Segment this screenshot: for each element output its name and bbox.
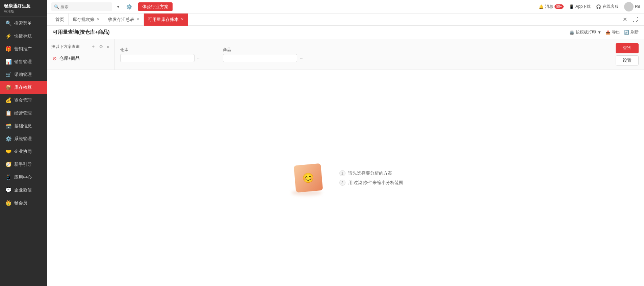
user-name: Rit (635, 4, 640, 9)
user-info[interactable]: Rit (624, 2, 640, 11)
search-input[interactable] (60, 4, 101, 9)
tab-batch-ledger[interactable]: 库存批次账 ✕ (69, 14, 104, 26)
product-filter-group: 商品 ··· (223, 47, 317, 62)
query-button[interactable]: 查询 (616, 43, 639, 53)
product-input[interactable] (223, 54, 297, 62)
topbar-settings-button[interactable]: ⚙️ (124, 3, 134, 10)
tab-home[interactable]: 首页 (51, 14, 69, 26)
tab-label: 库存批次账 (73, 17, 95, 23)
sidebar-item-inventory[interactable]: 📦 库存核算 (0, 81, 47, 94)
export-button[interactable]: 📤 导出 (606, 29, 620, 35)
manage-scheme-button[interactable]: ⚙ (98, 43, 104, 50)
sidebar-item-label: 采购管理 (14, 72, 32, 78)
compass-icon: 🧭 (5, 161, 11, 167)
phone-icon: 📱 (569, 4, 574, 9)
online-service-label: 在线客服 (602, 4, 619, 9)
online-service-item[interactable]: 🎧 在线客服 (596, 4, 619, 9)
close-icon[interactable]: ✕ (181, 17, 184, 22)
sidebar-item-label: 系统管理 (14, 136, 32, 142)
headset-icon: 🎧 (596, 4, 601, 9)
close-icon[interactable]: ✕ (97, 17, 100, 22)
add-scheme-button[interactable]: ＋ (90, 43, 97, 50)
export-icon: 📤 (606, 30, 611, 35)
refresh-label: 刷新 (630, 29, 639, 35)
sidebar-item-system[interactable]: ⚙️ 系统管理 (0, 132, 47, 145)
chart-icon: 📊 (5, 59, 11, 65)
search-icon: 🔍 (5, 20, 11, 26)
export-label: 导出 (612, 29, 620, 35)
sidebar-item-member[interactable]: 👑 畅会员 (0, 197, 47, 209)
sidebar-item-marketing[interactable]: 🎁 营销推广 (0, 43, 47, 55)
notification-item[interactable]: 🔔 消息 99+ (539, 4, 564, 9)
warehouse-input[interactable] (120, 54, 195, 62)
sidebar-item-label: 企业协同 (14, 149, 32, 155)
notification-label: 消息 (545, 4, 553, 9)
page-content: 可用量查询(按仓库+商品) 🖨️ 按模板打印 ▼ 📤 导出 🔄 刷新 (47, 26, 644, 286)
scheme-item-label: 仓库+商品 (59, 55, 80, 61)
sidebar-item-label: 新手引导 (14, 161, 32, 167)
dropdown-button[interactable]: ▼ (115, 4, 122, 10)
sidebar-item-app-center[interactable]: 📱 应用中心 (0, 171, 47, 184)
search-box[interactable]: 🔍 (51, 2, 112, 11)
money-icon: 💰 (5, 97, 11, 103)
query-actions: 查询 设置 (610, 39, 644, 70)
print-icon: 🖨️ (569, 30, 574, 35)
sidebar-item-purchase[interactable]: 🛒 采购管理 (0, 68, 47, 81)
scheme-panel-actions: ＋ ⚙ « (90, 43, 110, 50)
topbar-right: 🔔 消息 99+ 📱 App下载 🎧 在线客服 Rit (539, 2, 640, 11)
sidebar-item-enterprise[interactable]: 🤝 企业协同 (0, 145, 47, 158)
sidebar-item-onboarding[interactable]: 🧭 新手引导 (0, 158, 47, 171)
close-tab-button[interactable]: ✕ (621, 16, 629, 23)
sidebar-item-shortcut[interactable]: ⚡ 快捷导航 (0, 30, 47, 43)
cart-icon: 🛒 (5, 72, 11, 78)
gear-icon: ⚙️ (5, 136, 11, 142)
mobile-icon: 📱 (5, 174, 11, 180)
tab-available-ledger[interactable]: 可用量库存账本 ✕ (144, 14, 188, 26)
crown-icon: 👑 (5, 200, 11, 206)
empty-tip-1: 1 请先选择要分析的方案 (339, 170, 403, 176)
tabs-right-actions: ✕ ⛶ (621, 16, 640, 23)
app-download-item[interactable]: 📱 App下载 (569, 4, 591, 9)
query-area: 按以下方案查询 ＋ ⚙ « ⊙ 仓库+商品 仓库 (47, 39, 644, 70)
trial-button[interactable]: 体验行业方案 (138, 2, 173, 11)
warehouse-input-row: ··· (120, 54, 215, 62)
avatar (624, 2, 634, 11)
topbar: 🔍 ▼ ⚙️ 体验行业方案 🔔 消息 99+ 📱 App下载 🎧 在线客服 Ri… (47, 0, 644, 14)
tab-label: 可用量库存账本 (148, 17, 179, 23)
sidebar-item-search[interactable]: 🔍 搜索菜单 (0, 17, 47, 30)
warehouse-more-button[interactable]: ··· (196, 55, 202, 61)
warehouse-filter-group: 仓库 ··· (120, 47, 215, 62)
scheme-item-icon: ⊙ (53, 56, 57, 61)
refresh-button[interactable]: 🔄 刷新 (624, 29, 639, 35)
sidebar-item-label: 应用中心 (14, 174, 32, 180)
print-button[interactable]: 🖨️ 按模板打印 ▼ (569, 29, 601, 35)
search-icon: 🔍 (54, 4, 59, 9)
filter-area: 仓库 ··· 商品 ··· (115, 39, 610, 70)
sidebar: 畅康通好生意 标准版 🔍 搜索菜单 ⚡ 快捷导航 🎁 营销推广 📊 销售管理 🛒… (0, 0, 47, 286)
expand-tab-button[interactable]: ⛶ (630, 16, 640, 23)
empty-state: 1 请先选择要分析的方案 2 用[过滤]条件来缩小分析范围 (47, 70, 644, 286)
sidebar-item-sales[interactable]: 📊 销售管理 (0, 55, 47, 68)
close-icon[interactable]: ✕ (136, 17, 139, 22)
flash-icon: ⚡ (5, 33, 11, 39)
settings-button[interactable]: 设置 (616, 55, 639, 66)
scheme-item-warehouse-product[interactable]: ⊙ 仓库+商品 (47, 53, 114, 64)
sidebar-item-basic-info[interactable]: 🗃️ 基础信息 (0, 120, 47, 132)
warehouse-filter-label: 仓库 (120, 47, 215, 53)
dropdown-icon: ▼ (597, 30, 601, 35)
sidebar-scroll: 🔍 搜索菜单 ⚡ 快捷导航 🎁 营销推广 📊 销售管理 🛒 采购管理 📦 库存核… (0, 17, 47, 286)
scheme-panel-header: 按以下方案查询 ＋ ⚙ « (47, 42, 114, 53)
bell-icon: 🔔 (539, 4, 544, 9)
clipboard-icon: 📋 (5, 110, 11, 116)
sidebar-item-wechat[interactable]: 💬 企业微信 (0, 184, 47, 197)
logo-title: 畅康通好生意 (4, 3, 43, 9)
sidebar-item-operations[interactable]: 📋 经营管理 (0, 107, 47, 120)
tab-inventory-summary[interactable]: 收发存汇总表 ✕ (104, 14, 144, 26)
tabs-bar: 首页 库存批次账 ✕ 收发存汇总表 ✕ 可用量库存账本 ✕ ✕ ⛶ (47, 14, 644, 26)
sidebar-item-finance[interactable]: 💰 资金管理 (0, 94, 47, 107)
sidebar-item-label: 畅会员 (14, 200, 27, 206)
product-more-button[interactable]: ··· (299, 55, 305, 61)
collapse-scheme-button[interactable]: « (106, 43, 110, 50)
sidebar-item-label: 基础信息 (14, 123, 32, 129)
main-area: 🔍 ▼ ⚙️ 体验行业方案 🔔 消息 99+ 📱 App下载 🎧 在线客服 Ri… (47, 0, 644, 286)
